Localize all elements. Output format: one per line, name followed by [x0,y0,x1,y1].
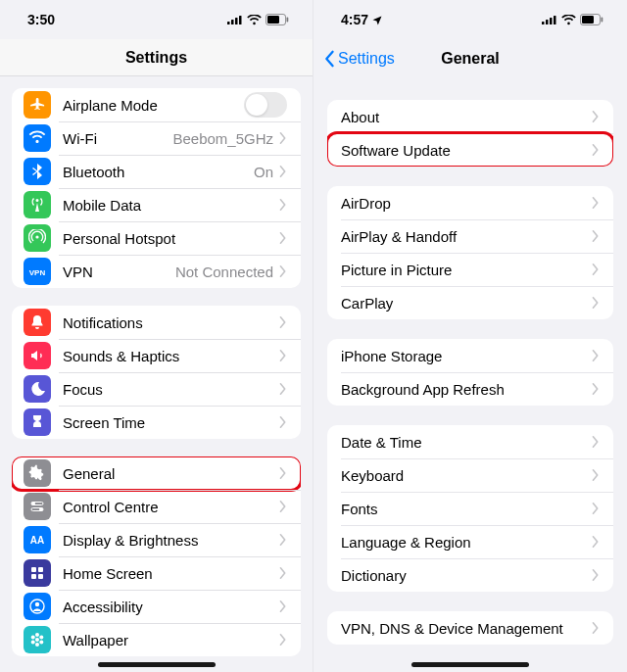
settings-row-airdrop[interactable]: AirDrop [327,186,613,219]
settings-row-carplay[interactable]: CarPlay [327,286,613,319]
page-title: Settings [125,49,187,67]
row-label: Date & Time [341,434,592,451]
settings-row-language-region[interactable]: Language & Region [327,525,613,558]
settings-group: GeneralControl CentreAADisplay & Brightn… [12,456,301,656]
chevron-right-icon [592,197,600,209]
settings-row-software-update[interactable]: Software Update [327,133,613,167]
nav-header: Settings [0,39,313,76]
svg-rect-6 [287,18,289,23]
chevron-right-icon [592,536,600,548]
row-label: Picture in Picture [341,262,592,278]
general-screen: 4:57 Settings General AboutSoftware Upda… [314,0,627,672]
status-time: 3:50 [27,12,55,27]
row-label: iPhone Storage [341,348,592,364]
settings-row-wallpaper[interactable]: Wallpaper [12,623,301,656]
chevron-right-icon [592,436,600,448]
svg-point-19 [35,602,39,606]
svg-point-24 [39,636,43,640]
row-value: On [254,164,273,180]
vpn-icon: VPN [24,258,51,285]
airplane-icon [24,91,51,119]
row-label: Wi-Fi [63,130,172,147]
settings-group: AboutSoftware Update [327,100,613,167]
row-label: Background App Refresh [341,381,592,398]
chevron-right-icon [592,622,600,634]
status-time: 4:57 [341,12,382,27]
battery-icon [265,14,289,25]
svg-point-22 [35,643,39,647]
settings-row-background-app-refresh[interactable]: Background App Refresh [327,372,613,406]
settings-row-home-screen[interactable]: Home Screen [12,556,301,590]
settings-row-sounds-haptics[interactable]: Sounds & Haptics [12,339,301,372]
svg-rect-1 [231,20,234,24]
settings-row-mobile-data[interactable]: Mobile Data [12,188,301,221]
settings-row-airplay-handoff[interactable]: AirPlay & Handoff [327,219,613,253]
chevron-right-icon [279,265,287,277]
chevron-right-icon [279,166,287,177]
settings-row-screen-time[interactable]: Screen Time [12,406,301,439]
settings-row-keyboard[interactable]: Keyboard [327,458,613,492]
location-icon [372,16,382,25]
wifi-status-icon [561,15,576,25]
row-label: Fonts [341,501,592,517]
wifi-icon [24,124,51,152]
chevron-right-icon [279,416,287,428]
settings-row-wi-fi[interactable]: Wi-FiBeebom_5GHz [12,121,301,155]
settings-row-general[interactable]: General [12,456,301,490]
svg-text:VPN: VPN [29,268,46,277]
settings-screen: 3:50 Settings Airplane ModeWi-FiBeebom_5… [0,0,314,672]
settings-list[interactable]: Airplane ModeWi-FiBeebom_5GHzBluetoothOn… [0,76,313,672]
back-button[interactable]: Settings [323,50,395,68]
settings-row-vpn-dns-device-management[interactable]: VPN, DNS & Device Management [327,611,613,645]
settings-row-control-centre[interactable]: Control Centre [12,490,301,523]
row-label: AirDrop [341,195,592,212]
chevron-right-icon [279,534,287,546]
chevron-right-icon [592,297,600,309]
settings-row-date-time[interactable]: Date & Time [327,425,613,458]
settings-row-display-brightness[interactable]: AADisplay & Brightness [12,523,301,556]
general-list[interactable]: AboutSoftware UpdateAirDropAirPlay & Han… [314,78,627,672]
chevron-right-icon [592,569,600,581]
svg-point-7 [35,235,38,238]
moon-icon [24,375,51,403]
battery-icon [580,14,603,25]
settings-row-personal-hotspot[interactable]: Personal Hotspot [12,221,301,255]
chevron-right-icon [279,467,287,479]
settings-row-about[interactable]: About [327,100,613,133]
nav-header: Settings General [314,39,627,78]
settings-row-focus[interactable]: Focus [12,372,301,406]
settings-group: VPN, DNS & Device Management [327,611,613,645]
row-label: Airplane Mode [63,97,244,114]
svg-point-23 [31,636,35,640]
svg-rect-16 [31,574,36,579]
row-label: Mobile Data [63,197,279,214]
settings-row-airplane-mode[interactable]: Airplane Mode [12,88,301,121]
chevron-right-icon [279,316,287,328]
settings-row-picture-in-picture[interactable]: Picture in Picture [327,253,613,286]
toggle-switch[interactable] [244,92,287,118]
status-indicators [227,14,289,25]
settings-group: Date & TimeKeyboardFontsLanguage & Regio… [327,425,613,592]
svg-point-25 [31,641,35,645]
home-indicator[interactable] [411,662,529,667]
settings-row-iphone-storage[interactable]: iPhone Storage [327,339,613,372]
back-label: Settings [338,50,395,68]
row-label: Notifications [63,314,279,331]
flower-icon [24,626,51,653]
settings-row-notifications[interactable]: Notifications [12,306,301,339]
settings-row-accessibility[interactable]: Accessibility [12,590,301,623]
page-title: General [441,50,500,68]
settings-row-dictionary[interactable]: Dictionary [327,558,613,592]
chevron-right-icon [279,350,287,361]
svg-rect-33 [602,18,603,23]
settings-row-bluetooth[interactable]: BluetoothOn [12,155,301,188]
row-value: Beebom_5GHz [172,130,273,147]
chevron-right-icon [592,264,600,275]
chevron-left-icon [323,50,335,68]
settings-row-vpn[interactable]: VPNVPNNot Connected [12,255,301,288]
row-label: Keyboard [341,467,592,484]
svg-point-21 [35,633,39,637]
settings-row-fonts[interactable]: Fonts [327,492,613,525]
home-indicator[interactable] [98,662,216,667]
wifi-status-icon [247,15,262,25]
